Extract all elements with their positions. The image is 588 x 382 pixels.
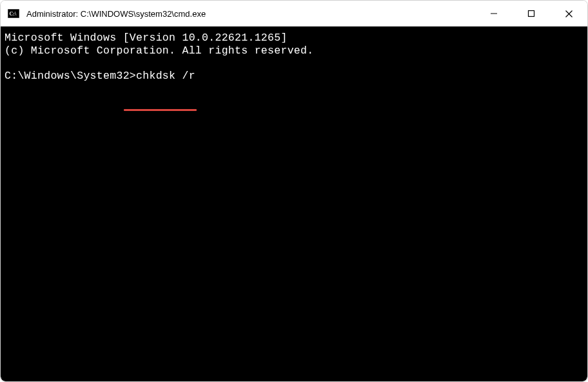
annotation-underline [124,109,197,111]
maximize-button[interactable] [513,1,550,26]
window-title: Administrator: C:\WINDOWS\system32\cmd.e… [26,9,475,19]
terminal-line: (c) Microsoft Corporation. All rights re… [5,45,583,57]
close-button[interactable] [550,1,587,26]
minimize-button[interactable] [475,1,513,26]
terminal-prompt-line: C:\Windows\System32>chkdsk /r [5,70,583,83]
terminal-command: chkdsk /r [136,70,195,82]
svg-rect-3 [529,11,534,17]
titlebar[interactable]: C:\ Administrator: C:\WINDOWS\system32\c… [1,1,587,26]
svg-text:C:\: C:\ [10,11,17,17]
cmd-icon: C:\ [7,7,20,20]
minimize-icon [490,10,498,17]
window-controls [475,1,587,26]
terminal-line: Microsoft Windows [Version 10.0.22621.12… [5,32,583,45]
cmd-window: C:\ Administrator: C:\WINDOWS\system32\c… [0,0,588,382]
close-icon [565,10,573,18]
maximize-icon [527,10,535,17]
terminal-prompt: C:\Windows\System32> [5,70,136,82]
terminal-output[interactable]: Microsoft Windows [Version 10.0.22621.12… [1,26,587,381]
